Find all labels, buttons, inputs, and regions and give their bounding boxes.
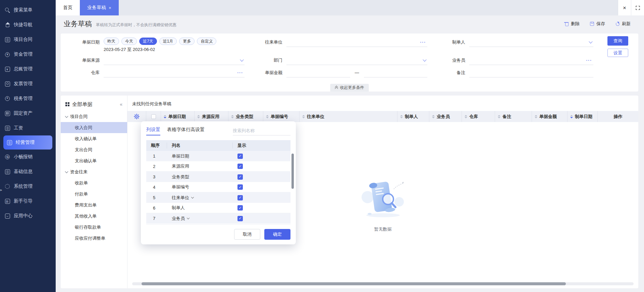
toolbar-button[interactable]: 保存 [590, 21, 605, 27]
date-option-pill[interactable]: 自定义 [197, 38, 216, 45]
show-checkbox[interactable]: ✓ [237, 164, 243, 169]
toolbar-button[interactable]: 刷新 [615, 21, 631, 27]
tree-node[interactable]: 支出合同 [61, 144, 127, 155]
sort-arrows-icon[interactable] [400, 115, 403, 118]
sidebar-item[interactable]: 项目合同 [0, 32, 56, 47]
table-column-header[interactable]: 制单人 [397, 111, 429, 122]
tree-node[interactable]: 收入合同 [61, 122, 127, 133]
sidebar-item[interactable]: 税务管理 [0, 91, 56, 106]
table-column-header[interactable]: 业务员 [429, 111, 462, 122]
date-range-value[interactable]: 2023-05-27 至 2023-06-02 [104, 47, 253, 53]
column-row[interactable]: 7 业务员 ✓ [146, 213, 290, 224]
column-row[interactable]: 6 制单人 ✓ [146, 203, 290, 213]
sidebar-item[interactable]: 经营管理 [3, 135, 52, 150]
settings-button[interactable]: 设置 [607, 49, 628, 57]
window-fullscreen-button[interactable] [631, 0, 644, 15]
collapse-filters-button[interactable]: 收起更多条件 [330, 84, 369, 92]
tree-node[interactable]: 银行存取款单 [61, 222, 127, 233]
sidebar-item[interactable]: 总账管理 [0, 62, 56, 76]
sort-arrows-icon[interactable] [535, 115, 537, 118]
dialog-tab[interactable]: 表格字体行高设置 [167, 127, 205, 135]
table-column-header[interactable]: 来源应用 [195, 111, 228, 122]
sort-arrows-icon[interactable] [302, 115, 305, 118]
sort-arrows-icon[interactable] [465, 115, 467, 118]
show-checkbox[interactable]: ✓ [237, 205, 243, 211]
table-column-header[interactable]: 往来单位 [300, 111, 397, 122]
tree-chevron-down-icon[interactable] [65, 114, 68, 118]
dialog-scrollbar-thumb[interactable] [291, 154, 294, 189]
tree-node[interactable]: 应收应付调整单 [61, 233, 127, 244]
salesman-input[interactable] [469, 56, 586, 65]
department-input[interactable] [286, 56, 423, 65]
show-checkbox[interactable]: ✓ [237, 195, 243, 200]
show-checkbox[interactable]: ✓ [237, 184, 243, 190]
sort-arrows-icon[interactable] [164, 115, 166, 118]
window-close-button[interactable]: × [618, 0, 631, 15]
sidebar-item[interactable]: 快捷导航 [0, 17, 56, 32]
sidebar-item[interactable]: 新手引导 [0, 194, 56, 209]
sidebar-item[interactable]: 小畅报销 [0, 150, 56, 164]
column-chevron-down-icon[interactable] [191, 196, 194, 198]
sidebar-item[interactable]: 应用中心 [0, 209, 56, 223]
sidebar-item[interactable]: 系统管理 [0, 179, 56, 194]
query-button[interactable]: 查询 [607, 36, 628, 46]
tree-node[interactable]: 支出确认单 [61, 155, 127, 166]
column-row[interactable]: 2 来源应用 ✓ [146, 161, 290, 172]
column-chevron-down-icon[interactable] [187, 217, 190, 219]
date-option-pill[interactable]: 近1月 [159, 38, 177, 45]
date-option-pill[interactable]: 今天 [121, 38, 137, 45]
tree-node[interactable]: 付款单 [61, 188, 127, 199]
tab-close-icon[interactable]: × [109, 5, 111, 10]
department-chevron-down-icon[interactable] [423, 58, 426, 61]
sidebar-expand-handle[interactable]: ▸ [0, 188, 2, 192]
tree-collapse-icon[interactable]: « [120, 102, 122, 107]
table-column-header[interactable]: 操作 [598, 111, 638, 122]
sidebar-item[interactable]: 发票管理 [0, 76, 56, 91]
warehouse-ellipsis-icon[interactable] [237, 70, 244, 75]
amount-max-input[interactable] [364, 68, 428, 77]
gear-icon[interactable] [134, 114, 140, 119]
table-column-header[interactable]: 业务类型 [228, 111, 263, 122]
creator-chevron-down-icon[interactable] [589, 40, 592, 43]
date-option-pill[interactable]: 近7天 [139, 38, 157, 45]
warehouse-input[interactable] [104, 68, 237, 77]
table-column-header[interactable]: 仓库 [462, 111, 495, 122]
show-checkbox[interactable]: ✓ [237, 154, 243, 159]
column-search-input[interactable] [233, 128, 292, 133]
tree-node[interactable]: 费用支出单 [61, 199, 127, 211]
column-row[interactable]: 3 业务类型 ✓ [146, 172, 290, 182]
tree-node[interactable]: 收入确认单 [61, 133, 127, 144]
tree-node[interactable]: 项目合同 [61, 111, 127, 122]
sidebar-item[interactable]: 工资 [0, 121, 56, 135]
table-column-header[interactable]: 制单日期 [568, 111, 598, 122]
table-column-header[interactable]: 备注 [495, 111, 532, 122]
column-row[interactable]: 4 单据编号 ✓ [146, 182, 290, 192]
sort-arrows-icon[interactable] [266, 115, 269, 118]
select-all-checkbox[interactable] [151, 114, 156, 119]
column-row[interactable]: 1 单据日期 ✓ [146, 151, 290, 161]
sort-arrows-icon[interactable] [432, 115, 435, 118]
sort-arrows-icon[interactable] [498, 115, 500, 118]
source-chevron-down-icon[interactable] [240, 58, 244, 61]
amount-min-input[interactable] [286, 68, 350, 77]
sidebar-item[interactable]: 基础信息 [0, 164, 56, 179]
table-column-header[interactable]: 单据金额 [532, 111, 568, 122]
sidebar-item[interactable]: 固定资产 [0, 106, 56, 121]
partner-input[interactable] [286, 38, 420, 47]
sidebar-item[interactable]: 资金管理 [0, 47, 56, 62]
cancel-button[interactable]: 取消 [234, 229, 260, 240]
table-column-header[interactable]: 单据编号 [263, 111, 300, 122]
table-column-header[interactable]: 单据日期 [161, 111, 195, 122]
creator-input[interactable] [469, 38, 589, 47]
toolbar-button[interactable]: 删除 [564, 21, 580, 27]
tree-chevron-down-icon[interactable] [65, 170, 68, 173]
confirm-button[interactable]: 确定 [264, 229, 290, 240]
sort-arrows-icon[interactable] [231, 115, 234, 118]
sort-arrows-icon[interactable] [570, 115, 573, 118]
horizontal-scrollbar[interactable] [132, 282, 634, 285]
remark-input[interactable] [469, 68, 593, 77]
column-row[interactable]: 5 往来单位 ✓ [146, 192, 290, 203]
partner-ellipsis-icon[interactable] [420, 40, 426, 45]
show-checkbox[interactable]: ✓ [237, 216, 243, 221]
salesman-ellipsis-icon[interactable] [586, 58, 592, 63]
